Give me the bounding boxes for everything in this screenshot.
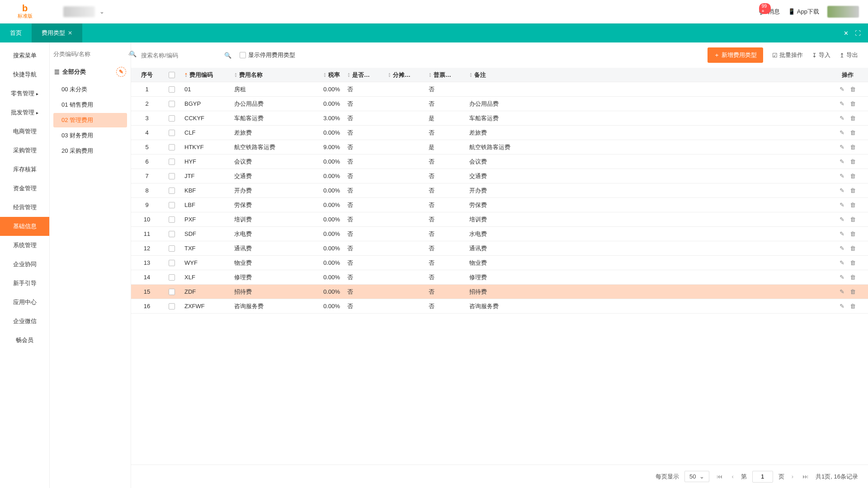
edit-icon[interactable]: ✎ (840, 129, 844, 136)
delete-icon[interactable]: 🗑 (850, 259, 856, 266)
delete-icon[interactable]: 🗑 (850, 173, 856, 179)
row-checkbox[interactable] (163, 245, 181, 252)
table-row[interactable]: 11SDF水电费0.00%否否水电费✎🗑 (131, 227, 868, 241)
fullscreen-icon[interactable]: ⛶ (855, 30, 861, 37)
delete-icon[interactable]: 🗑 (850, 230, 856, 237)
col-seq[interactable]: 序号 (131, 71, 163, 79)
table-row[interactable]: 16ZXFWF咨询服务费0.00%否否咨询服务费✎🗑 (131, 299, 868, 314)
row-checkbox[interactable] (163, 101, 181, 107)
table-row[interactable]: 7JTF交通费0.00%否否交通费✎🗑 (131, 169, 868, 183)
category-search-input[interactable] (53, 51, 129, 57)
col-sf[interactable]: ▲▼是否… (344, 71, 384, 79)
table-row[interactable]: 2BGYP办公用品费0.00%否否办公用品费✎🗑 (131, 97, 868, 111)
col-ft[interactable]: ▲▼分摊… (384, 71, 425, 79)
category-item[interactable]: 00 未分类 (53, 82, 127, 97)
first-page-button[interactable]: ⏮ (715, 473, 724, 480)
tab-home[interactable]: 首页 (0, 23, 32, 42)
edit-icon[interactable]: ✎ (840, 115, 844, 122)
sidebar-item[interactable]: 批发管理▸ (0, 103, 49, 122)
col-remark[interactable]: ▲▼备注 (466, 71, 827, 79)
category-item[interactable]: 03 财务费用 (53, 128, 127, 143)
collapse-icon[interactable]: « (128, 51, 132, 57)
main-search-input[interactable] (141, 52, 224, 59)
page-input[interactable] (752, 471, 773, 483)
category-item[interactable]: 01 销售费用 (53, 98, 127, 112)
category-search[interactable]: 🔍 (53, 47, 127, 61)
table-row[interactable]: 14XLF修理费0.00%否否修理费✎🗑 (131, 270, 868, 285)
edit-icon[interactable]: ✎ (840, 187, 844, 194)
row-checkbox[interactable] (163, 202, 181, 208)
delete-icon[interactable]: 🗑 (850, 303, 856, 310)
delete-icon[interactable]: 🗑 (850, 274, 856, 281)
table-row[interactable]: 3CCKYF车船客运费3.00%否是车船客运费✎🗑 (131, 111, 868, 126)
row-checkbox[interactable] (163, 216, 181, 223)
delete-icon[interactable]: 🗑 (850, 202, 856, 208)
col-check[interactable] (163, 72, 181, 78)
row-checkbox[interactable] (163, 144, 181, 150)
row-checkbox[interactable] (163, 188, 181, 194)
export-button[interactable]: ↥ 导出 (840, 51, 858, 59)
category-all[interactable]: ☰ 全部分类 ✎ (53, 65, 127, 79)
batch-button[interactable]: ☑ 批量操作 (772, 51, 803, 59)
messages-button[interactable]: 💬 消息 99 + (759, 8, 780, 16)
table-row[interactable]: 8KBF开办费0.00%否否开办费✎🗑 (131, 183, 868, 198)
row-checkbox[interactable] (163, 303, 181, 310)
table-row[interactable]: 9LBF劳保费0.00%否否劳保费✎🗑 (131, 198, 868, 212)
table-row[interactable]: 15ZDF招待费0.00%否否招待费✎🗑 (131, 285, 868, 299)
close-icon[interactable]: ✕ (68, 30, 72, 36)
row-checkbox[interactable] (163, 115, 181, 122)
edit-icon[interactable]: ✎ (840, 144, 844, 150)
sidebar-item[interactable]: 快捷导航 (0, 65, 49, 84)
table-row[interactable]: 4CLF差旅费0.00%否否差旅费✎🗑 (131, 126, 868, 140)
sidebar-item[interactable]: 畅会员 (0, 331, 49, 350)
table-row[interactable]: 6HYF会议费0.00%否否会议费✎🗑 (131, 155, 868, 169)
delete-icon[interactable]: 🗑 (850, 144, 856, 150)
sidebar-item[interactable]: 企业微信 (0, 312, 49, 331)
edit-icon[interactable]: ✎ (840, 202, 844, 208)
col-rate[interactable]: ▲▼税率 (303, 71, 344, 79)
delete-icon[interactable]: 🗑 (850, 86, 856, 93)
table-row[interactable]: 5HTKYF航空铁路客运费9.00%否是航空铁路客运费✎🗑 (131, 140, 868, 155)
category-item[interactable]: 20 采购费用 (53, 144, 127, 158)
edit-icon[interactable]: ✎ (840, 173, 844, 179)
table-row[interactable]: 12TXF通讯费0.00%否否通讯费✎🗑 (131, 241, 868, 256)
show-disabled-checkbox[interactable]: 显示停用费用类型 (240, 51, 295, 59)
sidebar-item[interactable]: 经营管理 (0, 198, 49, 217)
row-checkbox[interactable] (163, 159, 181, 165)
edit-icon[interactable]: ✎ (840, 303, 844, 310)
row-checkbox[interactable] (163, 289, 181, 295)
prev-page-button[interactable]: ‹ (730, 473, 735, 480)
last-page-button[interactable]: ⏭ (801, 473, 810, 480)
next-page-button[interactable]: › (790, 473, 795, 480)
add-fee-type-button[interactable]: ＋ 新增费用类型 (708, 47, 763, 63)
search-icon[interactable]: 🔍 (224, 52, 231, 59)
sidebar-item[interactable]: 应用中心 (0, 293, 49, 312)
org-selector[interactable]: ⌄ (63, 6, 104, 17)
delete-icon[interactable]: 🗑 (850, 288, 856, 295)
category-item[interactable]: 02 管理费用 (53, 113, 127, 127)
sidebar-item[interactable]: 采购管理 (0, 141, 49, 160)
tab-fee-type[interactable]: 费用类型 ✕ (32, 23, 82, 42)
edit-icon[interactable]: ✎ (840, 216, 844, 223)
row-checkbox[interactable] (163, 274, 181, 281)
edit-icon[interactable]: ✎ (840, 259, 844, 266)
sidebar-item[interactable]: 搜索菜单 (0, 46, 49, 65)
col-code[interactable]: ▲▼费用编码 (181, 71, 231, 79)
edit-icon[interactable]: ✎ (840, 86, 844, 93)
sidebar-item[interactable]: 电商管理 (0, 122, 49, 141)
delete-icon[interactable]: 🗑 (850, 115, 856, 122)
col-name[interactable]: ▲▼费用名称 (231, 71, 303, 79)
per-page-select[interactable]: 50 ⌄ (684, 471, 709, 482)
delete-icon[interactable]: 🗑 (850, 187, 856, 194)
row-checkbox[interactable] (163, 260, 181, 266)
main-search[interactable]: 🔍 (141, 52, 231, 59)
delete-icon[interactable]: 🗑 (850, 245, 856, 252)
sidebar-item[interactable]: 零售管理▸ (0, 84, 49, 103)
edit-icon[interactable]: ✎ (840, 230, 844, 237)
table-row[interactable]: 10PXF培训费0.00%否否培训费✎🗑 (131, 212, 868, 227)
sidebar-item[interactable]: 基础信息 (0, 217, 49, 236)
sidebar-item[interactable]: 新手引导 (0, 274, 49, 293)
import-button[interactable]: ↧ 导入 (812, 51, 830, 59)
table-row[interactable]: 13WYF物业费0.00%否否物业费✎🗑 (131, 256, 868, 270)
row-checkbox[interactable] (163, 173, 181, 179)
